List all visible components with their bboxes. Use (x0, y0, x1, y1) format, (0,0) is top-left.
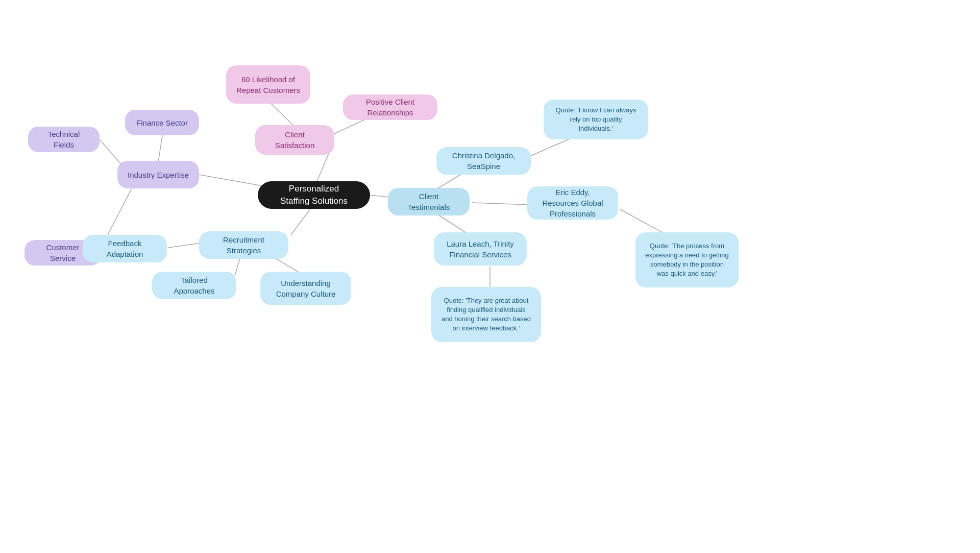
likelihood-node: 60 Likelihood of Repeat Customers (226, 65, 310, 104)
christina-delgado-label: Christina Delgado, SeaSpine (446, 150, 522, 172)
laura-leach-label: Laura Leach, Trinity Financial Services (443, 238, 518, 260)
finance-sector-node: Finance Sector (125, 110, 199, 135)
tailored-approaches-node: Tailored Approaches (152, 272, 236, 299)
quote-christina-node: Quote: 'I know I can always rely on top … (544, 100, 648, 139)
quote-laura-label: Quote: 'They are great about finding qua… (440, 296, 532, 333)
center-label: Personalized Staffing Solutions (274, 183, 354, 207)
christina-delgado-node: Christina Delgado, SeaSpine (436, 147, 531, 175)
svg-line-13 (472, 203, 531, 205)
eric-eddy-label: Eric Eddy, Resources Global Professional… (536, 187, 609, 219)
client-satisfaction-node: Client Satisfaction (255, 125, 334, 155)
positive-relations-node: Positive Client Relationships (343, 94, 437, 120)
svg-line-5 (271, 103, 295, 127)
technical-fields-node: Technical Fields (28, 127, 100, 152)
industry-expertise-node: Industry Expertise (117, 161, 199, 188)
feedback-adaptation-node: Feedback Adaptation (83, 235, 167, 262)
recruitment-strategies-node: Recruitment Strategies (199, 231, 288, 259)
laura-leach-node: Laura Leach, Trinity Financial Services (434, 232, 527, 266)
svg-line-7 (291, 204, 314, 235)
tailored-approaches-label: Tailored Approaches (161, 275, 227, 296)
client-satisfaction-label: Client Satisfaction (264, 129, 325, 151)
mindmap-container: Personalized Staffing Solutions Industry… (0, 0, 980, 553)
client-testimonials-label: Client Testimonials (397, 191, 460, 212)
finance-sector-label: Finance Sector (136, 117, 188, 128)
positive-relations-label: Positive Client Relationships (352, 97, 428, 118)
understanding-culture-label: Understanding Company Culture (270, 278, 342, 299)
recruitment-strategies-label: Recruitment Strategies (208, 234, 279, 256)
quote-eric-label: Quote: 'The process from expressing a ne… (645, 242, 729, 279)
technical-fields-label: Technical Fields (37, 129, 90, 150)
client-testimonials-node: Client Testimonials (388, 188, 470, 215)
understanding-culture-node: Understanding Company Culture (260, 272, 351, 305)
svg-line-1 (158, 135, 162, 162)
svg-line-2 (100, 139, 122, 166)
quote-eric-node: Quote: 'The process from expressing a ne… (635, 232, 739, 287)
center-node: Personalized Staffing Solutions (258, 181, 370, 209)
quote-christina-label: Quote: 'I know I can always rely on top … (553, 106, 639, 134)
svg-line-9 (235, 258, 240, 276)
connections-svg (0, 0, 980, 553)
industry-expertise-label: Industry Expertise (128, 170, 189, 180)
eric-eddy-node: Eric Eddy, Resources Global Professional… (527, 186, 618, 220)
feedback-adaptation-label: Feedback Adaptation (92, 238, 158, 259)
quote-laura-node: Quote: 'They are great about finding qua… (431, 287, 541, 342)
likelihood-label: 60 Likelihood of Repeat Customers (235, 74, 301, 95)
